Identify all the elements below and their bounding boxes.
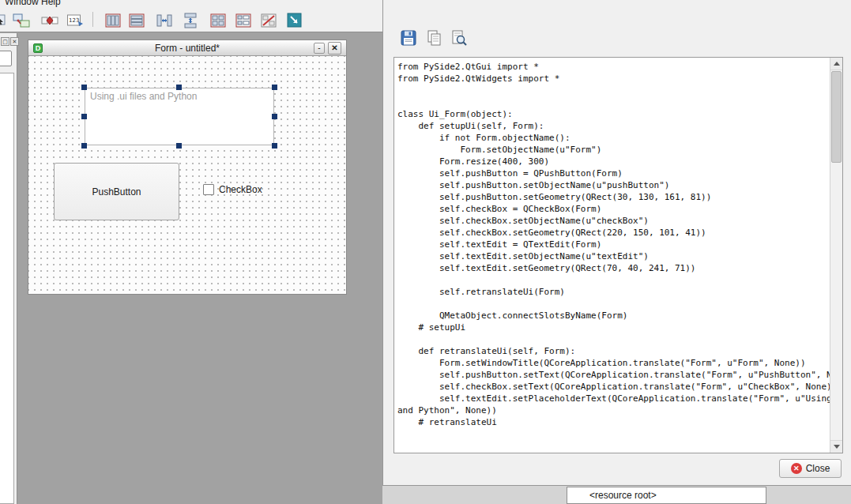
- layout-splitter-horizontal-icon: [156, 12, 173, 29]
- textedit-widget[interactable]: Using .ui files and Python: [85, 88, 274, 145]
- edit-buddies-button[interactable]: [40, 10, 59, 30]
- scroll-up-arrow-icon: [834, 62, 840, 66]
- layout-form-icon: [235, 12, 252, 29]
- resource-root-item[interactable]: <resource root>: [589, 490, 657, 501]
- edit-buddies-icon: [41, 12, 58, 29]
- edit-widgets-button[interactable]: [0, 10, 9, 30]
- widget-filter-input[interactable]: [0, 51, 12, 66]
- adjust-size-button[interactable]: [284, 10, 304, 30]
- find-button[interactable]: [449, 28, 469, 48]
- save-button[interactable]: [398, 28, 419, 48]
- pushbutton-widget[interactable]: PushButton: [54, 163, 179, 220]
- checkbox-indicator[interactable]: [203, 184, 214, 195]
- resource-browser: <resource root>: [567, 487, 766, 504]
- edit-tab-order-button[interactable]: 123: [65, 10, 85, 30]
- close-dialog-button[interactable]: ✕ Close: [779, 459, 842, 478]
- layout-horizontal-icon: [104, 12, 122, 29]
- edit-signals-slots-icon: [13, 12, 30, 29]
- float-icon: ▢: [2, 39, 8, 44]
- dock-float-button[interactable]: ▢: [1, 37, 9, 46]
- edit-tab-order-icon: 123: [66, 12, 84, 29]
- form-title-bar[interactable]: D Form - untitled* - ✕: [28, 40, 346, 56]
- layout-grid-button[interactable]: [208, 10, 228, 30]
- layout-splitter-vertical-button[interactable]: [180, 10, 200, 30]
- scrollbar-thumb[interactable]: [831, 71, 842, 163]
- save-icon: [400, 29, 417, 47]
- code-view: from PySide2.QtGui import * from PySide2…: [393, 57, 843, 453]
- dock-close-button[interactable]: ✕: [10, 37, 19, 46]
- form-close-button[interactable]: ✕: [328, 42, 341, 55]
- break-layout-icon: [260, 12, 277, 29]
- close-button-label: Close: [806, 463, 830, 474]
- scroll-down-arrow-icon: [834, 445, 840, 449]
- layout-form-button[interactable]: [233, 10, 253, 30]
- copy-icon: [426, 29, 443, 47]
- widget-list[interactable]: [0, 73, 14, 504]
- menu-help[interactable]: Help: [41, 0, 61, 7]
- widget-box-dock: ▢ ✕: [0, 33, 17, 504]
- form-canvas[interactable]: Using .ui files and Python PushButton Ch…: [28, 56, 346, 294]
- qt-designer-window: Window Help 123: [0, 0, 851, 504]
- form-minimize-button[interactable]: -: [314, 43, 325, 54]
- close-icon: ✕: [13, 39, 17, 44]
- svg-text:123: 123: [69, 17, 79, 24]
- edit-widgets-icon: [0, 12, 9, 29]
- scroll-down-button[interactable]: [830, 440, 842, 453]
- main-toolbar: 123: [0, 9, 382, 32]
- adjust-size-icon: [286, 12, 303, 29]
- checkbox-widget[interactable]: CheckBox: [203, 184, 262, 195]
- layout-splitter-horizontal-button[interactable]: [154, 10, 174, 30]
- scroll-up-button[interactable]: [830, 58, 842, 70]
- generated-code[interactable]: from PySide2.QtGui import * from PySide2…: [394, 58, 830, 453]
- layout-grid-icon: [209, 12, 227, 29]
- code-preview-dialog: from PySide2.QtGui import * from PySide2…: [382, 0, 851, 486]
- menu-window[interactable]: Window: [5, 0, 39, 7]
- checkbox-label: CheckBox: [219, 184, 262, 195]
- menubar: Window Help: [0, 0, 382, 9]
- layout-splitter-vertical-icon: [182, 12, 199, 29]
- code-scrollbar[interactable]: [830, 58, 842, 453]
- break-layout-button[interactable]: [258, 10, 278, 30]
- find-icon: [450, 29, 468, 47]
- close-circle-icon: ✕: [791, 463, 802, 474]
- toolbar-separator: [92, 12, 93, 27]
- layout-vertical-button[interactable]: [126, 10, 146, 30]
- layout-vertical-icon: [128, 12, 145, 29]
- form-editor-window: D Form - untitled* - ✕ Using .ui files a…: [28, 39, 347, 295]
- layout-horizontal-button[interactable]: [103, 10, 122, 30]
- edit-signals-slots-button[interactable]: [11, 10, 31, 30]
- form-window-title: Form - untitled*: [28, 43, 346, 54]
- copy-button[interactable]: [424, 28, 445, 48]
